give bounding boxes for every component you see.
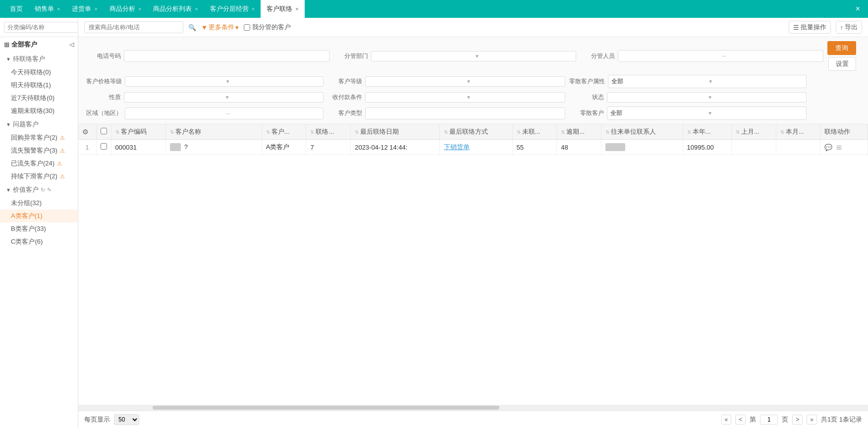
my-customers-check[interactable] [244, 24, 250, 31]
row-lastmethod: 下销货单 [439, 140, 512, 155]
col-code: ⇅客户编码 [111, 124, 166, 140]
warning-icon4: ⚠ [60, 173, 65, 179]
sidebar-item-7days[interactable]: 近7天待联络(0) [0, 92, 78, 105]
nature-select[interactable]: ▼ [124, 92, 324, 103]
page-label: 第 [750, 415, 756, 424]
filter-search-icon[interactable]: 🔍 [188, 24, 196, 31]
group-pending-contact[interactable]: ▼ 待联络客户 [0, 52, 78, 66]
cust-level-label: 客户等级 [327, 77, 362, 86]
col-lastmethod: ⇅最后联络方式 [439, 124, 512, 140]
close-product-analysis-list-icon[interactable]: × [195, 6, 198, 12]
sidebar-item-ungrouped[interactable]: 未分组(32) [0, 197, 78, 210]
grid-icon: ⊞ [4, 41, 9, 49]
close-customer-contact-icon[interactable]: × [295, 6, 298, 12]
nav-sales[interactable]: 销售单 × [29, 0, 66, 18]
manager-label: 分管人员 [580, 52, 615, 60]
sidebar-item-repurchase-abnormal[interactable]: 回购异常客户(2) ⚠ [0, 131, 78, 144]
filter-phone: 电话号码 [86, 50, 329, 62]
sidebar-item-declining[interactable]: 持续下滑客户(2) ⚠ [0, 170, 78, 183]
query-btn[interactable]: 查询 [827, 41, 856, 55]
sidebar-item-c-class[interactable]: C类客户(6) [0, 235, 78, 248]
sidebar-item-a-class[interactable]: A类客户(1) [0, 210, 78, 222]
manager-select[interactable]: ··· [618, 50, 823, 62]
arrow-down-icon3: ▼ [6, 187, 11, 193]
sidebar-collapse-btn[interactable]: ◁ [69, 41, 74, 48]
page-end-label: 页 [782, 415, 788, 424]
settings-btn[interactable]: 设置 [828, 57, 856, 71]
filter-row-2: 客户价格等级 ▼ 客户等级 ▼ 零散客户属性 全部 [86, 75, 860, 88]
page-input[interactable] [760, 415, 778, 425]
refresh-icon[interactable]: ↻ [41, 187, 45, 193]
row-checkbox[interactable] [101, 143, 107, 150]
export-btn[interactable]: ↑ 导出 [836, 21, 863, 34]
nav-customer-contact[interactable]: 客户联络 × [261, 0, 304, 18]
dept-label: 分管部门 [333, 52, 368, 60]
col-last-month: ⇅上月... [732, 124, 776, 140]
col-this-year: ⇅本年... [683, 124, 732, 140]
cust-type-input[interactable] [365, 107, 565, 119]
close-product-analysis-icon[interactable]: × [138, 6, 141, 12]
dept-select[interactable]: ▼ [371, 51, 577, 61]
nav-product-analysis[interactable]: 商品分析 × [104, 0, 147, 18]
sort-icon-cc: ⇅ [605, 129, 609, 135]
sidebar-item-churn-warning[interactable]: 流失预警客户(3) ⚠ [0, 144, 78, 157]
batch-op-icon: ☰ [793, 24, 799, 31]
sidebar-item-b-class[interactable]: B类客户(33) [0, 222, 78, 235]
scrollbar-thumb[interactable] [153, 406, 499, 410]
row-actions-cell: 💬 ⊞ [820, 140, 868, 155]
row-lastdate: 2023-04-12 14:44: [351, 140, 440, 155]
first-page-btn[interactable]: « [721, 415, 732, 425]
per-page-select[interactable]: 50 100 200 [114, 414, 139, 425]
price-level-select[interactable]: ▼ [125, 76, 324, 87]
sidebar-search-input[interactable] [4, 22, 78, 33]
filter-status: 状态 ▼ [569, 92, 807, 103]
batch-op-btn[interactable]: ☰ 批量操作 [789, 21, 831, 34]
nav-purchase[interactable]: 进货单 × [66, 0, 103, 18]
export-icon: ↑ [840, 24, 844, 31]
last-method-link[interactable]: 下销货单 [444, 143, 470, 151]
my-customers-checkbox[interactable]: 我分管的客户 [244, 23, 291, 32]
sidebar-item-churned[interactable]: 已流失客户(24) ⚠ [0, 157, 78, 170]
last-page-btn[interactable]: » [807, 415, 817, 425]
sidebar-item-tomorrow[interactable]: 明天待联络(1) [0, 79, 78, 92]
close-purchase-icon[interactable]: × [94, 6, 97, 12]
retail-attr-select[interactable]: 全部 ▼ [608, 75, 807, 88]
filter-search-input[interactable] [84, 21, 183, 33]
scrollbar-area [78, 405, 868, 411]
nav-customer-segment[interactable]: 客户分层经营 × [204, 0, 261, 18]
retail-cust-select[interactable]: 全部 ▼ [607, 107, 807, 120]
action-msg-icon[interactable]: 💬 [824, 144, 832, 151]
region-dots[interactable]: ··· [225, 110, 321, 117]
all-customers-header[interactable]: ⊞ 全部客户 ◁ [0, 37, 78, 52]
total-label: 共1页 1条记录 [821, 415, 862, 424]
more-conditions-btn[interactable]: ▼ 更多条件 ▾ [201, 23, 239, 32]
close-sales-icon[interactable]: × [57, 6, 60, 12]
status-select[interactable]: ▼ [607, 92, 807, 103]
payment-select[interactable]: ▼ [365, 92, 565, 103]
close-customer-segment-icon[interactable]: × [252, 6, 255, 12]
region-select[interactable]: ··· [125, 107, 324, 119]
phone-label: 电话号码 [86, 52, 121, 60]
prev-page-btn[interactable]: < [735, 415, 746, 425]
sidebar-item-today[interactable]: 今天待联络(0) [0, 66, 78, 79]
phone-input[interactable] [124, 50, 329, 62]
gear-icon[interactable]: ⚙ [82, 128, 89, 136]
nav-home[interactable]: 首页 [4, 0, 29, 18]
action-qr-icon[interactable]: ⊞ [836, 144, 842, 151]
select-all-checkbox[interactable] [101, 128, 107, 134]
manager-dots[interactable]: ··· [722, 53, 820, 59]
group-problem-customers[interactable]: ▼ 问题客户 [0, 117, 78, 131]
filter-retail-attr: 零散客户属性 全部 ▼ [569, 75, 807, 88]
filter-retail-cust: 零散客户 全部 ▼ [569, 107, 807, 120]
row-notcontacted: 55 [512, 140, 557, 155]
sidebar: 🔍 ⊞ 全部客户 ◁ ▼ 待联络客户 今天待联络(0) 明天待联络(1) 近7天… [0, 18, 78, 428]
next-page-btn[interactable]: > [792, 415, 803, 425]
cust-level-select[interactable]: ▼ [365, 76, 565, 87]
filter-nature: 性质 ▼ [86, 92, 324, 103]
warning-icon3: ⚠ [57, 160, 62, 166]
nav-product-analysis-list[interactable]: 商品分析列表 × [147, 0, 204, 18]
close-all-button[interactable]: × [852, 4, 864, 13]
group-value-customers[interactable]: ▼ 价值客户 ↻ ✎ [0, 183, 78, 197]
sidebar-item-overdue[interactable]: 逾期未联络(30) [0, 105, 78, 117]
edit-icon[interactable]: ✎ [47, 187, 52, 193]
